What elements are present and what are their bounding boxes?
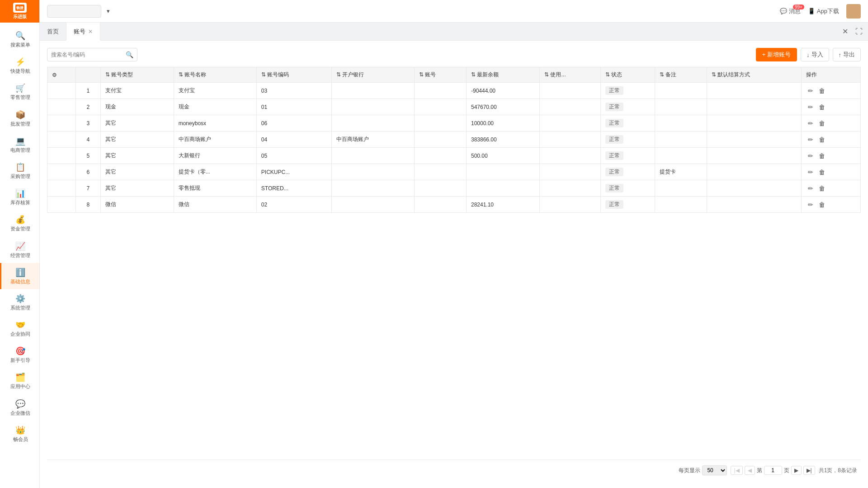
row-2-settings bbox=[47, 115, 76, 131]
row-0-edit-button[interactable]: ✏ bbox=[806, 86, 815, 95]
row-3-edit-button[interactable]: ✏ bbox=[806, 135, 815, 144]
row-6-type: 其它 bbox=[100, 180, 174, 197]
sidebar-item-retail-mgmt[interactable]: 🛒 零售管理 bbox=[0, 79, 39, 105]
tab-home[interactable]: 首页 bbox=[40, 23, 66, 41]
row-7-delete-button[interactable]: 🗑 bbox=[817, 200, 827, 209]
sidebar-item-label-app-center: 应用中心 bbox=[10, 384, 30, 389]
row-5-delete-button[interactable]: 🗑 bbox=[817, 168, 827, 177]
row-6-delete-button[interactable]: 🗑 bbox=[817, 184, 827, 193]
row-5-edit-button[interactable]: ✏ bbox=[806, 168, 815, 177]
row-1-name: 现金 bbox=[174, 99, 256, 115]
sidebar-item-ecommerce-mgmt[interactable]: 💻 电商管理 bbox=[0, 131, 39, 158]
row-1-delete-button[interactable]: 🗑 bbox=[817, 103, 827, 112]
export-button[interactable]: ↑ 导出 bbox=[833, 48, 861, 61]
col-code[interactable]: ⇅ 账号编码 bbox=[256, 67, 331, 83]
import-label: 导入 bbox=[811, 51, 823, 59]
notification-button[interactable]: 💬 消息 99+ bbox=[780, 7, 801, 15]
header-right: 💬 消息 99+ 📱 App下载 bbox=[780, 4, 861, 19]
row-7-edit-button[interactable]: ✏ bbox=[806, 200, 815, 209]
col-default-settlement[interactable]: ⇅ 默认结算方式 bbox=[707, 67, 801, 83]
sidebar-item-inventory[interactable]: 📊 库存核算 bbox=[0, 184, 39, 210]
row-6-actions: ✏ 🗑 bbox=[802, 180, 861, 197]
row-4-usage bbox=[540, 148, 601, 164]
tab-bar: 首页 账号 ✕ ✕ ⛶ bbox=[40, 23, 868, 41]
import-icon: ↓ bbox=[807, 52, 810, 58]
row-3-default-settlement bbox=[707, 131, 801, 148]
sidebar-item-icon-enterprise-wechat: 💬 bbox=[15, 399, 25, 409]
row-1-balance: 547670.00 bbox=[466, 99, 539, 115]
table-row: 4 其它 中百商场账户 04 中百商场账户 383866.00 正常 ✏ 🗑 bbox=[47, 131, 861, 148]
row-3-actions: ✏ 🗑 bbox=[802, 131, 861, 148]
sidebar-item-system-mgmt[interactable]: ⚙️ 系统管理 bbox=[0, 289, 39, 315]
row-7-settings bbox=[47, 197, 76, 213]
row-0-delete-button[interactable]: 🗑 bbox=[817, 86, 827, 95]
row-3-usage bbox=[540, 131, 601, 148]
user-avatar[interactable] bbox=[846, 4, 861, 19]
row-1-bank bbox=[331, 99, 414, 115]
row-2-edit-button[interactable]: ✏ bbox=[806, 119, 815, 128]
sidebar-item-search-menu[interactable]: 🔍 搜索菜单 bbox=[0, 26, 39, 52]
page-size-dropdown[interactable]: 50 10 20 100 bbox=[702, 465, 727, 475]
total-info: 共1页，8条记录 bbox=[819, 467, 857, 474]
last-page-button[interactable]: ▶| bbox=[803, 466, 815, 475]
sidebar-item-enterprise-agreement[interactable]: 🤝 企业协同 bbox=[0, 315, 39, 342]
first-page-button[interactable]: |◀ bbox=[731, 466, 742, 475]
dropdown-arrow-icon: ▾ bbox=[107, 8, 110, 14]
bell-icon: 💬 bbox=[780, 8, 787, 14]
row-3-delete-button[interactable]: 🗑 bbox=[817, 135, 827, 144]
app-download-button[interactable]: 📱 App下载 bbox=[808, 7, 839, 15]
tab-home-label: 首页 bbox=[47, 28, 59, 36]
tab-close-action[interactable]: ✕ bbox=[840, 25, 850, 38]
header-search-input[interactable] bbox=[47, 5, 101, 18]
col-bank[interactable]: ⇅ 开户银行 bbox=[331, 67, 414, 83]
next-page-button[interactable]: ▶ bbox=[791, 466, 802, 475]
tab-account[interactable]: 账号 ✕ bbox=[66, 23, 100, 41]
import-button[interactable]: ↓ 导入 bbox=[801, 48, 829, 61]
sidebar-item-basic-info[interactable]: ℹ️ 基础信息 bbox=[0, 263, 39, 289]
row-5-code: PICKUPC... bbox=[256, 164, 331, 180]
pagination-bar: 每页显示 50 10 20 100 |◀ ◀ 第 页 ▶ ▶| 共1页，8条记录 bbox=[47, 460, 861, 481]
row-4-delete-button[interactable]: 🗑 bbox=[817, 151, 827, 160]
sidebar-item-enterprise-wechat[interactable]: 💬 企业微信 bbox=[0, 394, 39, 421]
table-row: 6 其它 提货卡（零... PICKUPC... 正常 提货卡 ✏ 🗑 bbox=[47, 164, 861, 180]
row-4-balance: 500.00 bbox=[466, 148, 539, 164]
row-3-code: 04 bbox=[256, 131, 331, 148]
sidebar-nav: 🔍 搜索菜单 ⚡ 快捷导航 🛒 零售管理 📦 批发管理 💻 电商管理 📋 采购管… bbox=[0, 23, 39, 488]
prev-page-button[interactable]: ◀ bbox=[745, 466, 755, 475]
row-4-default-settlement bbox=[707, 148, 801, 164]
sidebar-item-finance-mgmt[interactable]: 💰 资金管理 bbox=[0, 210, 39, 236]
sidebar-item-app-center[interactable]: 🗂️ 应用中心 bbox=[0, 368, 39, 394]
col-name[interactable]: ⇅ 账号名称 bbox=[174, 67, 256, 83]
col-usage[interactable]: ⇅ 使用... bbox=[540, 67, 601, 83]
row-1-account bbox=[415, 99, 467, 115]
search-input[interactable] bbox=[51, 52, 126, 58]
col-account[interactable]: ⇅ 账号 bbox=[415, 67, 467, 83]
header-dropdown[interactable]: ▾ bbox=[107, 8, 110, 14]
row-6-code: STORED... bbox=[256, 180, 331, 197]
row-2-delete-button[interactable]: 🗑 bbox=[817, 119, 827, 128]
col-balance[interactable]: ⇅ 最新余额 bbox=[466, 67, 539, 83]
sidebar-item-operations-mgmt[interactable]: 📈 经营管理 bbox=[0, 237, 39, 263]
page-number-input[interactable] bbox=[764, 466, 782, 475]
col-settings[interactable]: ⚙ bbox=[47, 67, 76, 83]
sidebar-item-wholesale-mgmt[interactable]: 📦 批发管理 bbox=[0, 105, 39, 131]
export-icon: ↑ bbox=[839, 52, 842, 58]
col-type[interactable]: ⇅ 账号类型 bbox=[100, 67, 174, 83]
sidebar-item-purchase-mgmt[interactable]: 📋 采购管理 bbox=[0, 158, 39, 184]
sidebar-item-icon-vip-member: 👑 bbox=[15, 425, 25, 435]
sidebar-item-quick-nav[interactable]: ⚡ 快捷导航 bbox=[0, 52, 39, 79]
tab-close-icon[interactable]: ✕ bbox=[88, 28, 93, 35]
tab-expand-action[interactable]: ⛶ bbox=[854, 26, 864, 38]
row-6-edit-button[interactable]: ✏ bbox=[806, 184, 815, 193]
row-1-edit-button[interactable]: ✏ bbox=[806, 103, 815, 112]
row-4-edit-button[interactable]: ✏ bbox=[806, 151, 815, 160]
row-7-status: 正常 bbox=[600, 197, 655, 213]
col-status[interactable]: ⇅ 状态 bbox=[600, 67, 655, 83]
col-remark[interactable]: ⇅ 备注 bbox=[655, 67, 707, 83]
sidebar-item-vip-member[interactable]: 👑 畅会员 bbox=[0, 421, 39, 447]
row-7-remark bbox=[655, 197, 707, 213]
sidebar-item-new-guide[interactable]: 🎯 新手引导 bbox=[0, 342, 39, 368]
table-row: 2 现金 现金 01 547670.00 正常 ✏ 🗑 bbox=[47, 99, 861, 115]
add-account-button[interactable]: + 新增账号 bbox=[756, 48, 797, 61]
row-3-status: 正常 bbox=[600, 131, 655, 148]
